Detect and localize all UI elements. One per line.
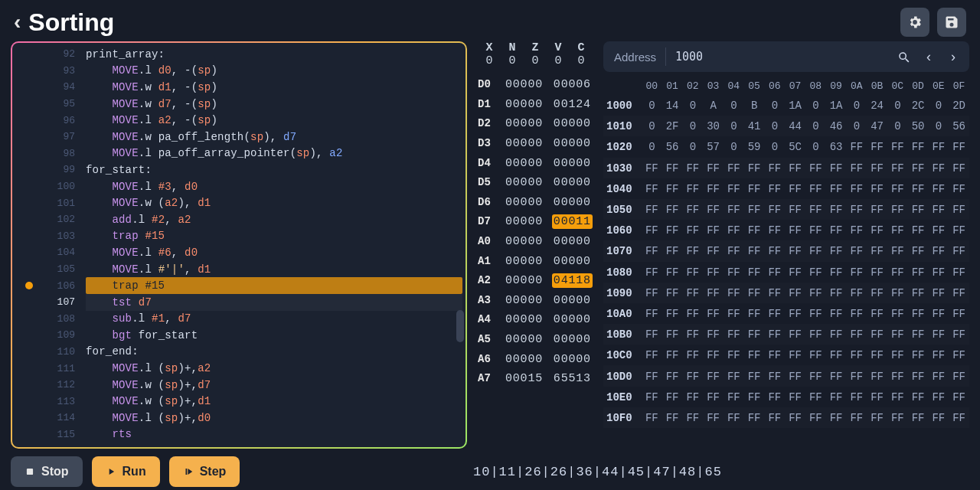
memory-cell[interactable]: FF: [826, 162, 847, 175]
memory-cell[interactable]: FF: [929, 224, 949, 237]
memory-cell[interactable]: FF: [887, 224, 908, 237]
memory-cell[interactable]: FF: [785, 287, 805, 299]
memory-cell[interactable]: 41: [744, 120, 765, 132]
memory-cell[interactable]: FF: [703, 371, 724, 383]
code-line[interactable]: 114 MOVE.l (sp)+,d0: [12, 410, 466, 426]
code-line[interactable]: 96 MOVE.l a2, -(sp): [12, 112, 466, 129]
memory-cell[interactable]: FF: [683, 162, 704, 175]
memory-cell[interactable]: FF: [785, 391, 805, 403]
code-line[interactable]: 115 rts: [12, 426, 466, 443]
memory-cell[interactable]: FF: [744, 224, 765, 237]
memory-cell[interactable]: FF: [703, 266, 724, 279]
memory-cell[interactable]: FF: [949, 412, 969, 424]
memory-cell[interactable]: FF: [805, 224, 826, 237]
memory-cell[interactable]: FF: [847, 349, 867, 361]
memory-cell[interactable]: FF: [765, 328, 786, 341]
memory-cell[interactable]: FF: [642, 287, 662, 299]
memory-cell[interactable]: FF: [826, 224, 847, 237]
memory-cell[interactable]: FF: [765, 371, 786, 383]
memory-cell[interactable]: FF: [929, 391, 949, 403]
memory-cell[interactable]: FF: [867, 391, 887, 403]
code-line[interactable]: 92print_array:: [12, 46, 466, 63]
memory-cell[interactable]: FF: [929, 204, 949, 216]
memory-cell[interactable]: FF: [949, 245, 969, 257]
back-chevron-icon[interactable]: ‹: [14, 11, 21, 33]
memory-cell[interactable]: 5C: [785, 141, 805, 153]
memory-cell[interactable]: FF: [929, 412, 949, 424]
memory-prev-button[interactable]: ‹: [920, 49, 937, 65]
memory-cell[interactable]: 46: [826, 120, 847, 132]
memory-cell[interactable]: FF: [785, 371, 805, 383]
memory-cell[interactable]: FF: [724, 245, 744, 257]
memory-cell[interactable]: 0: [724, 100, 744, 112]
memory-cell[interactable]: FF: [826, 287, 847, 299]
memory-cell[interactable]: FF: [805, 308, 826, 320]
memory-cell[interactable]: 63: [826, 141, 847, 153]
memory-cell[interactable]: FF: [785, 349, 805, 361]
memory-cell[interactable]: FF: [785, 224, 805, 237]
memory-cell[interactable]: FF: [949, 204, 969, 216]
memory-cell[interactable]: 44: [785, 120, 805, 132]
memory-cell[interactable]: 56: [949, 120, 969, 132]
memory-cell[interactable]: FF: [683, 371, 704, 383]
memory-cell[interactable]: FF: [887, 266, 908, 279]
memory-cell[interactable]: FF: [765, 308, 786, 320]
code-line[interactable]: 108 sub.l #1, d7: [12, 311, 466, 328]
memory-cell[interactable]: FF: [949, 391, 969, 403]
memory-cell[interactable]: FF: [683, 308, 704, 320]
code-line[interactable]: 106 trap #15: [12, 277, 466, 294]
memory-cell[interactable]: 0: [847, 100, 867, 112]
memory-cell[interactable]: FF: [867, 412, 887, 424]
memory-cell[interactable]: FF: [642, 245, 662, 257]
memory-cell[interactable]: FF: [724, 328, 744, 341]
memory-cell[interactable]: FF: [744, 349, 765, 361]
memory-cell[interactable]: 0: [765, 100, 786, 112]
memory-cell[interactable]: FF: [805, 412, 826, 424]
memory-cell[interactable]: 0: [929, 100, 949, 112]
memory-cell[interactable]: FF: [683, 328, 704, 341]
memory-cell[interactable]: FF: [785, 328, 805, 341]
memory-cell[interactable]: 0: [929, 120, 949, 132]
memory-cell[interactable]: FF: [785, 245, 805, 257]
code-line[interactable]: 109 bgt for_start: [12, 327, 466, 344]
memory-cell[interactable]: FF: [847, 266, 867, 279]
memory-cell[interactable]: FF: [847, 245, 867, 257]
memory-cell[interactable]: FF: [765, 204, 786, 216]
memory-cell[interactable]: FF: [847, 391, 867, 403]
memory-cell[interactable]: FF: [847, 162, 867, 175]
memory-cell[interactable]: FF: [724, 349, 744, 361]
memory-cell[interactable]: 0: [765, 120, 786, 132]
code-line[interactable]: 104 MOVE.l #6, d0: [12, 244, 466, 261]
memory-cell[interactable]: FF: [908, 245, 929, 257]
memory-cell[interactable]: FF: [662, 328, 683, 341]
memory-cell[interactable]: FF: [683, 224, 704, 237]
code-line[interactable]: 111 MOVE.l (sp)+,a2: [12, 360, 466, 377]
code-line[interactable]: 94 MOVE.w d1, -(sp): [12, 79, 466, 96]
memory-cell[interactable]: FF: [929, 308, 949, 320]
memory-cell[interactable]: 47: [867, 120, 887, 132]
memory-cell[interactable]: FF: [744, 412, 765, 424]
memory-cell[interactable]: FF: [785, 266, 805, 279]
memory-cell[interactable]: FF: [867, 308, 887, 320]
code-line[interactable]: 113 MOVE.w (sp)+,d1: [12, 393, 466, 410]
code-line[interactable]: 107 tst d7: [12, 294, 466, 311]
memory-cell[interactable]: FF: [826, 266, 847, 279]
memory-cell[interactable]: FF: [724, 266, 744, 279]
memory-cell[interactable]: FF: [826, 308, 847, 320]
code-line[interactable]: 112 MOVE.w (sp)+,d7: [12, 377, 466, 394]
memory-cell[interactable]: FF: [683, 204, 704, 216]
memory-cell[interactable]: 0: [642, 100, 662, 112]
memory-cell[interactable]: FF: [908, 328, 929, 341]
memory-cell[interactable]: FF: [867, 287, 887, 299]
memory-cell[interactable]: FF: [744, 245, 765, 257]
memory-cell[interactable]: 2D: [949, 100, 969, 112]
memory-cell[interactable]: FF: [887, 183, 908, 195]
memory-cell[interactable]: FF: [662, 287, 683, 299]
memory-cell[interactable]: FF: [642, 183, 662, 195]
memory-cell[interactable]: FF: [867, 141, 887, 153]
memory-cell[interactable]: FF: [785, 308, 805, 320]
code-line[interactable]: 105 MOVE.l #'|', d1: [12, 261, 466, 278]
memory-cell[interactable]: 2F: [662, 120, 683, 132]
memory-cell[interactable]: FF: [847, 412, 867, 424]
memory-cell[interactable]: FF: [887, 141, 908, 153]
